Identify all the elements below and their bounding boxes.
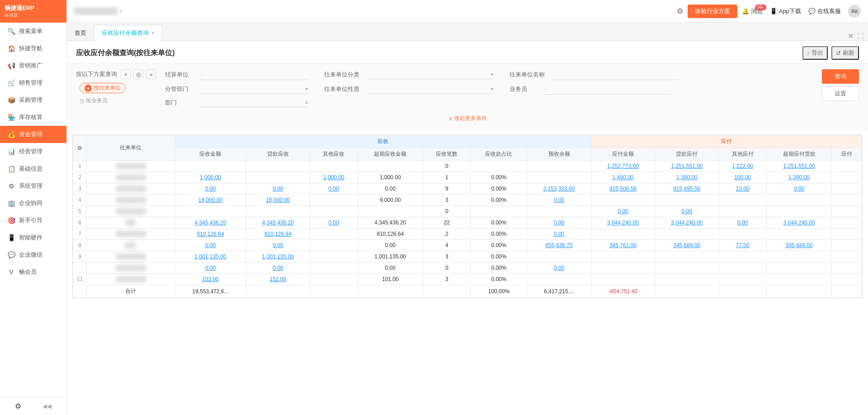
scheme-add-button[interactable]: + <box>121 69 131 79</box>
total-ap-other <box>719 285 767 298</box>
sidebar-item-guide[interactable]: 🎯 新手引导 <box>0 212 66 229</box>
scheme-edit-button[interactable]: ◎ <box>133 69 143 79</box>
user-avatar[interactable]: Rit <box>848 5 861 18</box>
tab-home[interactable]: 首页 <box>67 25 94 41</box>
chevron-down-icon-4: ▾ <box>306 100 308 105</box>
sidebar-item-member[interactable]: V 畅会员 <box>0 263 66 281</box>
table-container: ⚙ 往来单位 应收 应付 应收金额 贷款应收 其他应收 超期应收金额 应收笔数 <box>72 134 863 298</box>
notification-badge: 99+ <box>755 5 766 10</box>
topbar-breadcrumb: 应收应付余额查询 ▾ <box>74 7 672 15</box>
filter-settlement-unit[interactable]: ··· <box>199 69 308 80</box>
online-service-label: 在线客服 <box>817 7 841 15</box>
sidebar-item-basic-info[interactable]: 📋 基础信息 <box>0 160 66 177</box>
scheme-other-label: 按业务员 <box>86 97 108 105</box>
table-settings-header[interactable]: ⚙ <box>73 135 87 161</box>
sidebar-item-search-menu[interactable]: 🔍 搜索菜单 <box>0 23 66 40</box>
sidebar-item-label: 经营管理 <box>19 148 42 156</box>
filter-area: 按以下方案查询 + ◎ « ● 按往来单位 <box>67 64 868 130</box>
tab-close-window-icon[interactable]: ✕ <box>848 32 854 40</box>
scheme-label: 按以下方案查询 <box>76 70 117 78</box>
sidebar-item-marketing[interactable]: 📢 营销推广 <box>0 57 66 74</box>
filter-scheme: 按以下方案查询 + ◎ « <box>76 69 156 79</box>
sidebar-settings-icon[interactable]: ⚙ <box>15 402 21 410</box>
filter-row-3: 部门 ▾ <box>165 98 813 107</box>
chevron-down-icon: ▾ <box>491 72 493 77</box>
action-buttons: 查询 设置 <box>822 69 859 111</box>
promo-button[interactable]: 体验行业方案 <box>688 5 737 18</box>
filter-dept-manager[interactable]: ▾ <box>199 85 308 94</box>
sidebar-logo-sub: 标准版 <box>5 12 34 19</box>
scheme-tag-partner[interactable]: ● 按往来单位 <box>80 83 126 93</box>
sidebar-item-warehouse[interactable]: 🏪 库存核算 <box>0 109 66 126</box>
sidebar-item-label: 销售管理 <box>19 79 42 87</box>
clock-icon: ◷ <box>80 98 84 104</box>
notification-button[interactable]: 🔔 消息 99+ <box>742 7 763 15</box>
sidebar-item-label: 搜索菜单 <box>19 27 42 35</box>
table-row: 4██████18,000.0018,000.009,000.0030.00%0… <box>73 195 862 206</box>
app-icon: 📱 <box>770 8 777 14</box>
col-ar-overdue: 超期应收金额 <box>358 148 423 161</box>
member-icon: V <box>7 268 15 276</box>
sidebar-item-hardware[interactable]: 📱 智能硬件 <box>0 229 66 246</box>
total-ar-other <box>310 285 358 298</box>
sales-icon: 🛒 <box>7 79 15 86</box>
refresh-icon: ↺ <box>836 50 841 57</box>
setting-button[interactable]: 设置 <box>822 86 859 101</box>
sidebar-item-label: 畅会员 <box>19 268 37 276</box>
sidebar-item-label: 营销推广 <box>19 62 42 70</box>
col-ar-amount: 应收金额 <box>175 148 246 161</box>
refresh-label: 刷新 <box>843 49 854 57</box>
total-ar-count <box>423 285 471 298</box>
sidebar-item-quick-nav[interactable]: 🏠 快捷导航 <box>0 40 66 57</box>
app-download-button[interactable]: 📱 App下载 <box>770 7 801 15</box>
export-button[interactable]: ↑ 导出 <box>802 46 828 60</box>
sidebar-item-finance[interactable]: 💰 资金管理 <box>0 126 66 143</box>
table-row: 11██████152.00152.00101.0030.00% <box>73 274 862 285</box>
filter-partner-name[interactable] <box>552 69 679 80</box>
sidebar-item-sales[interactable]: 🛒 销售管理 <box>0 74 66 91</box>
sidebar-item-enterprise[interactable]: 🏢 企业协同 <box>0 195 66 212</box>
sidebar-item-label: 系统管理 <box>19 182 42 190</box>
table-partner-header: 往来单位 <box>87 135 175 161</box>
sidebar-item-system[interactable]: ⚙ 系统管理 <box>0 177 66 195</box>
breadcrumb-chevron: ▾ <box>119 8 122 14</box>
collapse-button[interactable]: ∧ 收起更多条件 <box>447 113 489 124</box>
scheme-other-salesman[interactable]: ◷ 按业务员 <box>80 97 156 105</box>
tab-fullscreen-icon[interactable]: ⛶ <box>857 33 863 40</box>
topbar-gear-icon[interactable]: ⚙ <box>677 7 683 15</box>
refresh-button[interactable]: ↺ 刷新 <box>831 46 859 60</box>
total-row: 合计 19,553,472,6... 100.00% 6,417,215....… <box>73 285 862 298</box>
tab-ar-ap-label: 应收应付余额查询 <box>102 29 149 37</box>
finance-icon: 💰 <box>7 131 15 138</box>
filter-row-2: 分管部门 ▾ 往来单位性质 ▾ 业务员 <box>165 84 813 95</box>
query-button[interactable]: 查询 <box>822 69 859 84</box>
page-header: 应收应付余额查询(按往来单位) ↑ 导出 ↺ 刷新 <box>67 41 868 64</box>
col-ar-count: 应收笔数 <box>423 148 471 161</box>
table-row: 7██████810,126.64810,126.64810,126.6420.… <box>73 229 862 240</box>
online-service-button[interactable]: 💬 在线客服 <box>808 7 841 15</box>
col-ap-amount: 应付金额 <box>591 148 655 161</box>
sidebar-item-wechat[interactable]: 💬 企业微信 <box>0 246 66 263</box>
sidebar-item-purchase[interactable]: 📦 采购管理 <box>0 91 66 109</box>
scheme-collapse-button[interactable]: « <box>146 69 156 79</box>
table-row: 8P0.000.000.0040.00%655,636.75345,761.00… <box>73 240 862 251</box>
main-area: 应收应付余额查询 ▾ ⚙ 体验行业方案 🔔 消息 99+ 📱 App下载 💬 在… <box>67 0 868 415</box>
col-ap-loan: 贷款应付 <box>655 148 719 161</box>
filter-partner-nature[interactable]: ▾ <box>367 85 493 94</box>
filter-salesman[interactable]: ··· <box>544 84 670 95</box>
dots-icon: ··· <box>199 71 204 78</box>
tab-ar-ap-close[interactable]: × <box>151 30 155 36</box>
bell-icon: 🔔 <box>742 8 749 14</box>
topbar-right: 🔔 消息 99+ 📱 App下载 💬 在线客服 Rit <box>742 5 861 18</box>
chevron-down-icon-3: ▾ <box>491 86 493 91</box>
filter-partner-category[interactable]: ▾ <box>367 70 493 79</box>
user-name: Rit <box>851 9 857 14</box>
sidebar-item-operation[interactable]: 📊 经营管理 <box>0 143 66 160</box>
table-area: ⚙ 往来单位 应收 应付 应收金额 贷款应收 其他应收 超期应收金额 应收笔数 <box>67 130 868 415</box>
operation-icon: 📊 <box>7 148 15 155</box>
tab-ar-ap[interactable]: 应收应付余额查询 × <box>94 25 162 41</box>
guide-icon: 🎯 <box>7 217 15 224</box>
sidebar-item-label: 企业微信 <box>19 251 42 259</box>
sidebar-collapse-icon[interactable]: ◀◀ <box>42 403 52 410</box>
filter-dept[interactable]: ▾ <box>199 98 308 107</box>
